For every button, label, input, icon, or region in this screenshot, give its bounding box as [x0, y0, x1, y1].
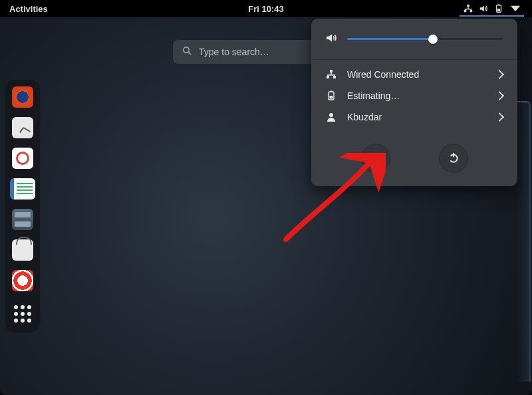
settings-button[interactable]: [361, 144, 390, 173]
svg-rect-0: [467, 5, 469, 7]
network-icon: [464, 4, 473, 13]
search-placeholder: Type to search…: [199, 47, 269, 57]
volume-icon: [479, 4, 488, 13]
battery-menu-icon: [326, 90, 336, 101]
menu-item-network[interactable]: Wired Connected: [311, 64, 517, 85]
settings-tools-icon: [370, 152, 382, 166]
top-panel: Activities Fri 10:43: [0, 0, 532, 17]
activities-button[interactable]: Activities: [0, 4, 48, 14]
svg-rect-16: [327, 74, 335, 76]
battery-icon: [494, 4, 503, 13]
svg-rect-4: [465, 9, 471, 9]
chevron-right-icon: [495, 112, 504, 122]
svg-rect-17: [327, 74, 329, 76]
svg-rect-20: [330, 91, 332, 92]
volume-row: [311, 19, 517, 57]
svg-rect-12: [330, 70, 332, 72]
menu-separator: [311, 59, 517, 60]
volume-slider-knob[interactable]: [428, 35, 438, 44]
dock-app-help[interactable]: [12, 270, 33, 291]
svg-line-11: [188, 52, 191, 55]
svg-rect-5: [465, 9, 466, 11]
network-wired-icon: [326, 69, 336, 80]
dock-app-firefox[interactable]: [12, 86, 33, 108]
menu-item-battery[interactable]: Estimating…: [311, 85, 517, 106]
desktop: Activities Fri 10:43 Type: [0, 0, 532, 395]
volume-speaker-icon: [326, 32, 338, 46]
power-icon: [448, 152, 460, 166]
dock-app-software[interactable]: [12, 148, 33, 169]
svg-rect-8: [497, 4, 500, 5]
dock-show-applications[interactable]: [13, 305, 32, 323]
dock-app-clocks[interactable]: [12, 117, 33, 138]
svg-point-10: [184, 47, 189, 53]
svg-rect-24: [452, 152, 454, 157]
dash-dock: [5, 80, 40, 332]
dock-app-store[interactable]: [12, 239, 33, 261]
system-status-area[interactable]: [460, 0, 524, 17]
svg-point-22: [329, 113, 333, 117]
volume-slider-fill: [347, 38, 433, 40]
svg-rect-18: [334, 74, 335, 76]
menu-item-label: Wired Connected: [347, 69, 485, 80]
menu-item-label: Estimating…: [347, 90, 485, 101]
action-buttons-row: [311, 128, 517, 176]
clock-label[interactable]: Fri 10:43: [248, 4, 283, 14]
svg-rect-9: [497, 9, 500, 11]
search-icon: [182, 46, 192, 58]
chevron-right-icon: [495, 91, 504, 100]
dropdown-caret-icon: [511, 4, 520, 13]
system-menu-popover: Wired Connected Estimating… Kbuzdar: [311, 19, 517, 186]
dock-app-writer[interactable]: [10, 178, 35, 199]
background-window-edge: [516, 101, 531, 382]
dock-app-files[interactable]: [12, 209, 33, 230]
volume-slider[interactable]: [347, 38, 503, 40]
user-icon: [326, 112, 336, 122]
menu-item-label: Kbuzdar: [347, 112, 485, 122]
menu-item-user[interactable]: Kbuzdar: [311, 106, 517, 128]
chevron-right-icon: [495, 70, 504, 79]
svg-rect-6: [471, 9, 471, 11]
svg-rect-21: [330, 96, 333, 99]
power-button[interactable]: [439, 144, 468, 173]
